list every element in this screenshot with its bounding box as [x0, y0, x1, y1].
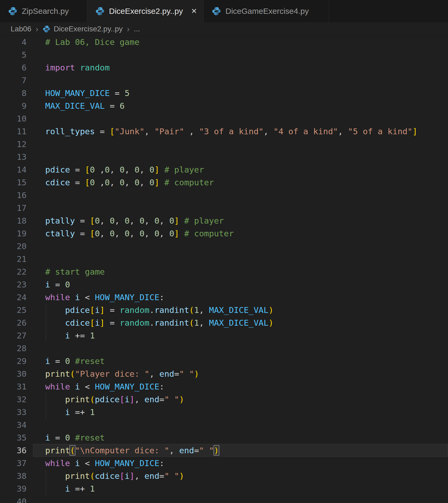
line-number[interactable]: 20: [0, 240, 27, 253]
line-number[interactable]: 30: [0, 367, 27, 380]
token-o: =: [75, 229, 90, 238]
token-b1: ): [179, 471, 184, 481]
code-text[interactable]: print("\nComputer dice: ", end=" "): [33, 444, 448, 457]
line-number[interactable]: 35: [0, 431, 27, 444]
line-number[interactable]: 11: [0, 125, 27, 138]
breadcrumb-item[interactable]: Lab06: [11, 25, 31, 33]
code-text[interactable]: pdice = [0 ,0, 0, 0, 0] # player: [33, 163, 448, 176]
tab-zipsearch[interactable]: ZipSearch.py: [0, 0, 87, 22]
line-number[interactable]: 12: [0, 138, 27, 150]
code-text[interactable]: i =+ 1: [33, 482, 448, 495]
code-text[interactable]: cdice[i] = random.randint(1, MAX_DICE_VA…: [33, 316, 448, 329]
line-number[interactable]: 23: [0, 278, 27, 291]
line-number[interactable]: 38: [0, 470, 27, 482]
token-o: [179, 229, 184, 238]
line-number[interactable]: 26: [0, 316, 27, 329]
token-c: # computer: [184, 229, 234, 238]
token-o: ,: [125, 165, 135, 174]
code-line: 17: [0, 202, 448, 214]
code-text[interactable]: # start game: [33, 265, 448, 278]
line-number[interactable]: 22: [0, 265, 27, 278]
token-o: ,: [115, 229, 124, 238]
code-text[interactable]: roll_types = ["Junk", "Pair" , "3 of a k…: [33, 125, 448, 138]
line-number[interactable]: 34: [0, 418, 27, 431]
line-number[interactable]: 8: [0, 87, 27, 99]
line-number[interactable]: 4: [0, 36, 27, 48]
line-number[interactable]: 19: [0, 227, 27, 240]
line-number[interactable]: 13: [0, 150, 27, 163]
code-text[interactable]: i = 0 #reset: [33, 355, 448, 367]
code-text[interactable]: ptally = [0, 0, 0, 0, 0, 0] # player: [33, 214, 448, 227]
line-number[interactable]: 32: [0, 393, 27, 406]
line-number[interactable]: 33: [0, 406, 27, 418]
token-n: 0: [95, 216, 100, 225]
line-number[interactable]: 14: [0, 163, 27, 176]
token-o: =: [159, 471, 164, 481]
line-number[interactable]: 18: [0, 214, 27, 227]
token-o: [45, 407, 65, 417]
code-text[interactable]: print("Player dice: ", end=" "): [33, 367, 448, 380]
token-o: [45, 395, 65, 404]
token-o: ,: [338, 127, 348, 136]
breadcrumb-item[interactable]: ...: [134, 25, 140, 33]
line-number[interactable]: 37: [0, 457, 27, 470]
code-text[interactable]: print(cdice[i], end=" "): [33, 470, 448, 482]
line-number[interactable]: 25: [0, 304, 27, 316]
line-number[interactable]: 28: [0, 342, 27, 355]
line-number[interactable]: 39: [0, 482, 27, 495]
code-text[interactable]: print(pdice[i], end=" "): [33, 393, 448, 406]
token-n: 0: [135, 178, 140, 187]
line-number[interactable]: 10: [0, 112, 27, 125]
close-icon[interactable]: ✕: [185, 8, 197, 15]
line-number[interactable]: 7: [0, 74, 27, 87]
breadcrumb-item[interactable]: DiceExercise2.py..py: [43, 25, 123, 33]
tab-dicegameexercise4[interactable]: DiceGameExercise4.py: [204, 0, 329, 22]
token-C: HOW_MANY_DICE: [95, 292, 160, 302]
code-text[interactable]: HOW_MANY_DICE = 5: [33, 87, 448, 99]
token-f: print: [45, 369, 70, 379]
token-v: ctally: [45, 229, 75, 238]
code-text[interactable]: i = 0: [33, 278, 448, 291]
code-text[interactable]: import random: [33, 61, 448, 74]
line-number[interactable]: 29: [0, 355, 27, 367]
line-number[interactable]: 31: [0, 380, 27, 393]
line-number[interactable]: 21: [0, 253, 27, 265]
code-text[interactable]: while i < HOW_MANY_DICE:: [33, 291, 448, 304]
token-c: # Lab 06, Dice game: [45, 37, 140, 47]
token-n: 0: [149, 165, 154, 174]
token-C: HOW_MANY_DICE: [95, 458, 160, 468]
line-number[interactable]: 6: [0, 61, 27, 74]
code-text[interactable]: while i < HOW_MANY_DICE:: [33, 457, 448, 470]
line-number[interactable]: 27: [0, 329, 27, 342]
token-o: [45, 471, 65, 481]
code-text[interactable]: i =+ 1: [33, 406, 448, 418]
line-number[interactable]: 40: [0, 495, 27, 503]
editor[interactable]: 4# Lab 06, Dice game56import random78HOW…: [0, 36, 448, 503]
code-text[interactable]: pdice[i] = random.randint(1, MAX_DICE_VA…: [33, 304, 448, 316]
line-number[interactable]: 9: [0, 99, 27, 112]
code-text[interactable]: ctally = [0, 0, 0, 0, 0, 0] # computer: [33, 227, 448, 240]
code-text[interactable]: # Lab 06, Dice game: [33, 36, 448, 48]
code-text[interactable]: MAX_DICE_VAL = 6: [33, 99, 448, 112]
token-n: 0: [169, 229, 174, 238]
line-number[interactable]: 17: [0, 202, 27, 214]
token-o: [45, 331, 65, 340]
code-text[interactable]: i += 1: [33, 329, 448, 342]
token-c: #reset: [75, 433, 105, 442]
token-o: ,: [135, 395, 144, 404]
line-number[interactable]: 15: [0, 176, 27, 189]
line-number[interactable]: 24: [0, 291, 27, 304]
tab-diceexercise2[interactable]: DiceExercise2.py..py✕: [87, 0, 204, 22]
line-number[interactable]: 16: [0, 189, 27, 202]
token-o: [70, 292, 75, 302]
token-o: [70, 458, 75, 468]
code-line: 28: [0, 342, 448, 355]
code-text[interactable]: while i < HOW_MANY_DICE:: [33, 380, 448, 393]
line-number[interactable]: 36: [0, 444, 27, 457]
tab-label: DiceGameExercise4.py: [225, 7, 309, 16]
line-number[interactable]: 5: [0, 48, 27, 61]
token-n: 0: [65, 356, 70, 366]
token-n: 0: [105, 165, 110, 174]
code-text[interactable]: cdice = [0 ,0, 0, 0, 0] # computer: [33, 176, 448, 189]
code-text[interactable]: i = 0 #reset: [33, 431, 448, 444]
